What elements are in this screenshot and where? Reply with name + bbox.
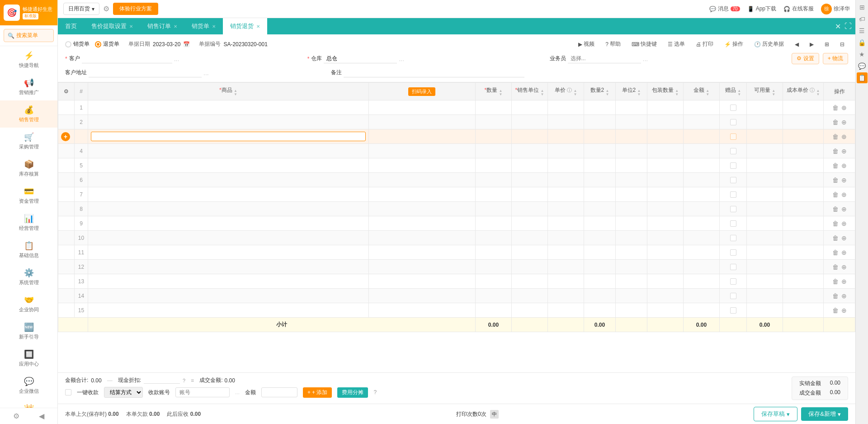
sidebar-item-apps[interactable]: 🔲 应用中心 — [0, 345, 57, 372]
tab-close-sales-invoice[interactable]: ✕ — [212, 24, 216, 29]
calendar-icon[interactable]: 📅 — [183, 41, 190, 48]
scan-button[interactable]: 扫码录入 — [408, 87, 435, 96]
sidebar-item-enterprise[interactable]: 🤝 企业协同 — [0, 291, 57, 318]
save-new-button[interactable]: 保存&新增 ▾ — [801, 407, 848, 421]
sidebar-item-shortcut[interactable]: ⚡ 快捷导航 — [0, 46, 57, 73]
tab-close-sales-return[interactable]: ✕ — [256, 24, 260, 29]
app-download-button[interactable]: 📱 App下载 — [747, 5, 776, 13]
warehouse-dots[interactable]: ... — [399, 55, 404, 62]
tab-price-extract[interactable]: 售价提取设置 ✕ — [84, 18, 140, 34]
view-detail-button[interactable]: ⊟ — [836, 40, 848, 49]
right-panel-icon-5[interactable]: ★ — [857, 49, 868, 60]
one-click-checkbox[interactable] — [65, 389, 71, 395]
customer-input[interactable] — [82, 54, 172, 63]
row-price-2[interactable] — [548, 115, 584, 129]
address-input[interactable] — [89, 68, 202, 77]
radio-sale[interactable]: 销货单 — [65, 40, 90, 48]
copy-row[interactable]: ⊕ — [841, 263, 847, 271]
qty-sort[interactable]: ▲▼ — [499, 89, 503, 96]
row-product-1[interactable] — [88, 100, 369, 115]
discount-info-icon[interactable]: ? — [183, 378, 185, 383]
account-dots[interactable]: ... — [235, 389, 240, 395]
avail-sort[interactable]: ▲▼ — [772, 89, 775, 96]
sidebar-item-wechat[interactable]: 💬 企业微信 — [0, 372, 57, 399]
cost-info-icon[interactable]: ⓘ — [810, 87, 815, 93]
tab-sales-return[interactable]: 销货退货 ✕ — [223, 18, 267, 34]
view-table-button[interactable]: ⊞ — [821, 40, 833, 49]
right-panel-icon-6[interactable]: 💬 — [857, 61, 868, 71]
delete-row-3[interactable]: 🗑 — [832, 133, 839, 140]
topbar-settings-button[interactable]: ⚙ — [103, 5, 109, 13]
warehouse-input[interactable] — [324, 54, 397, 63]
right-panel-icon-3[interactable]: ☰ — [857, 25, 868, 36]
copy-row[interactable]: ⊕ — [841, 148, 847, 155]
maximize-button[interactable]: ⛶ — [844, 22, 852, 30]
radio-return[interactable]: 退货单 — [95, 40, 119, 48]
pack-sort[interactable]: ▲▼ — [675, 89, 679, 96]
copy-row[interactable]: ⊕ — [841, 234, 847, 242]
next-record-button[interactable]: ▶ — [806, 40, 817, 49]
row-price-1[interactable] — [548, 100, 584, 115]
delete-row[interactable]: 🗑 — [832, 278, 839, 285]
sidebar-settings-button[interactable]: ⚙ — [13, 412, 19, 420]
sidebar-item-inventory[interactable]: 📦 库存核算 — [0, 155, 57, 182]
copy-row[interactable]: ⊕ — [841, 176, 847, 184]
row-pack-1[interactable] — [647, 100, 684, 115]
sidebar-item-system[interactable]: ⚙️ 系统管理 — [0, 263, 57, 291]
staff-dots[interactable]: ... — [643, 55, 648, 62]
row-unit2-3[interactable] — [616, 129, 647, 144]
user-menu-button[interactable]: 徐 徐泽华 — [821, 4, 850, 14]
row-qty2-2[interactable] — [584, 115, 616, 129]
product-sort[interactable]: ▲▼ — [234, 89, 237, 96]
delete-row-1[interactable]: 🗑 — [832, 104, 839, 111]
row-qty2-3[interactable] — [584, 129, 616, 144]
row-product-3[interactable] — [88, 129, 369, 144]
copy-row[interactable]: ⊕ — [841, 249, 847, 256]
delete-row[interactable]: 🗑 — [832, 307, 839, 314]
sidebar-item-member[interactable]: 👑 畅会员 — [0, 399, 57, 408]
row-amount-1[interactable] — [684, 100, 720, 115]
sidebar-logo[interactable]: 🎯 畅捷通好生意 标准版 — [0, 0, 57, 25]
row-qty-1[interactable] — [476, 100, 512, 115]
row-pack-2[interactable] — [647, 115, 684, 129]
delete-row[interactable]: 🗑 — [832, 292, 839, 300]
tab-close-sales-order[interactable]: ✕ — [174, 24, 177, 29]
qty2-sort[interactable]: ▲▼ — [606, 89, 609, 96]
discount-input[interactable] — [144, 377, 180, 384]
right-panel-icon-4[interactable]: 🔒 — [857, 37, 868, 48]
copy-row[interactable]: ⊕ — [841, 278, 847, 285]
cost-sort[interactable]: ▲▼ — [816, 89, 820, 96]
sidebar-item-operation[interactable]: 📊 经营管理 — [0, 209, 57, 236]
close-window-button[interactable]: ✕ — [835, 22, 841, 31]
row-amount-2[interactable] — [684, 115, 720, 129]
th-settings[interactable]: ⚙ — [58, 83, 75, 100]
delete-row[interactable]: 🗑 — [832, 205, 839, 213]
row-unit2-2[interactable] — [616, 115, 647, 129]
copy-row[interactable]: ⊕ — [841, 220, 847, 227]
row-amount-3[interactable] — [684, 129, 720, 144]
help-button[interactable]: ? 帮助 — [602, 39, 624, 49]
row-unit-3[interactable] — [512, 129, 548, 144]
sidebar-item-purchase[interactable]: 🛒 采购管理 — [0, 128, 57, 155]
staff-input[interactable] — [568, 54, 641, 63]
footer-help-icon[interactable]: ? — [373, 389, 377, 395]
delete-row-2[interactable]: 🗑 — [832, 119, 839, 126]
calc-method-select[interactable]: 结算方式 — [104, 387, 143, 398]
company-selector[interactable]: 日用百货 ▾ — [63, 3, 99, 15]
settings-button[interactable]: ⚙ 设置 — [792, 53, 819, 64]
unit-sort[interactable]: ▲▼ — [541, 89, 544, 96]
copy-row[interactable]: ⊕ — [841, 162, 847, 169]
copy-row[interactable]: ⊕ — [841, 205, 847, 213]
add-logistics-button[interactable]: + 物流 — [823, 53, 848, 64]
print-button[interactable]: 🖨 打印 — [692, 39, 717, 49]
tab-sales-order[interactable]: 销售订单 ✕ — [140, 18, 184, 34]
copy-row[interactable]: ⊕ — [841, 191, 847, 198]
save-draft-button[interactable]: 保存草稿 ▾ — [754, 407, 797, 421]
messages-button[interactable]: 💬 消息 70 — [709, 5, 740, 13]
online-service-button[interactable]: 🎧 在线客服 — [783, 5, 814, 13]
customer-dots[interactable]: ... — [174, 55, 179, 62]
row-unit2-1[interactable] — [616, 100, 647, 115]
row-product-2[interactable] — [88, 115, 369, 129]
sidebar-collapse-button[interactable]: ◀ — [39, 412, 44, 420]
row-qty2-1[interactable] — [584, 100, 616, 115]
